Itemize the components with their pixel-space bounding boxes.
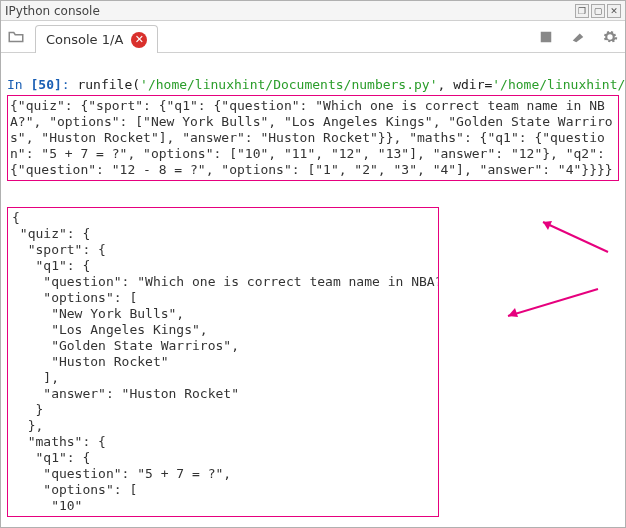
open-folder-icon[interactable]: [7, 28, 25, 46]
window-title: IPython console: [5, 4, 573, 18]
svg-line-1: [543, 222, 608, 252]
svg-line-3: [508, 289, 598, 316]
clear-icon[interactable]: [569, 28, 587, 46]
tabbar: Console 1/A ✕: [1, 21, 625, 53]
titlebar: IPython console ❐ ▢ ✕: [1, 1, 625, 21]
annotation-arrow-2: [451, 268, 608, 344]
pretty-json-output: { "quiz": { "sport": { "q1": { "question…: [7, 207, 439, 517]
ipython-console-window: IPython console ❐ ▢ ✕ Console 1/A ✕ In […: [0, 0, 626, 528]
tab-console-1a[interactable]: Console 1/A ✕: [35, 25, 158, 53]
stop-icon[interactable]: [537, 28, 555, 46]
runfile-sep: , wdir=: [438, 77, 493, 92]
window-maximize-button[interactable]: ▢: [591, 4, 605, 18]
window-restore-button[interactable]: ❐: [575, 4, 589, 18]
runfile-wdir: '/home/linuxhint/Documents': [492, 77, 625, 92]
gear-icon[interactable]: [601, 28, 619, 46]
runfile-call: runfile(: [77, 77, 140, 92]
prompt-in-label: In: [7, 77, 30, 92]
runfile-path: '/home/linuxhint/Documents/numbers.py': [140, 77, 437, 92]
console-output[interactable]: In [50]: runfile('/home/linuxhint/Docume…: [1, 53, 625, 527]
annotation-arrow-1: [491, 201, 618, 277]
tab-label: Console 1/A: [46, 32, 123, 47]
window-close-button[interactable]: ✕: [607, 4, 621, 18]
close-icon[interactable]: ✕: [131, 32, 147, 48]
prompt-colon: :: [62, 77, 78, 92]
svg-rect-0: [541, 32, 552, 43]
svg-marker-4: [508, 308, 518, 317]
prompt-number: [50]: [30, 77, 61, 92]
svg-marker-2: [543, 221, 552, 230]
raw-json-output: {"quiz": {"sport": {"q1": {"question": "…: [7, 95, 619, 181]
